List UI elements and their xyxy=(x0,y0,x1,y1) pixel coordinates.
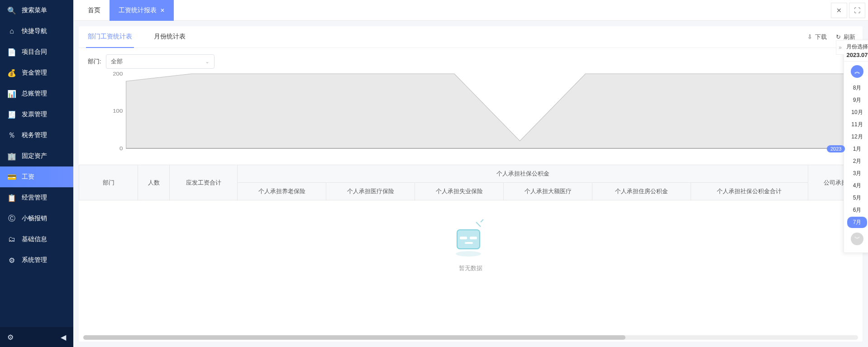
chart: 0100200 xyxy=(79,71,863,157)
month-option-11[interactable]: 7月 xyxy=(847,217,867,228)
sidebar-item-5[interactable]: 🧾发票管理 xyxy=(0,104,73,125)
report-subtabs: 部门工资统计表月份统计表 ⇩ 下载 ↻ 刷新 xyxy=(79,26,863,48)
sidebar-item-9[interactable]: 📋经营管理 xyxy=(0,187,73,208)
th-first-1: 人数 xyxy=(138,165,170,200)
sidebar-item-4[interactable]: 📊总账管理 xyxy=(0,83,73,104)
sidebar-icon-10: Ⓒ xyxy=(7,214,16,223)
sidebar-item-3[interactable]: 💰资金管理 xyxy=(0,62,73,83)
page-tab-1[interactable]: 工资统计报表✕ xyxy=(110,0,174,21)
page-tab-0[interactable]: 首页 xyxy=(79,0,110,21)
sidebar-label-12: 系统管理 xyxy=(22,256,47,264)
month-option-3[interactable]: 11月 xyxy=(847,119,867,130)
sidebar-icon-7: 🏢 xyxy=(7,152,16,161)
subtab-0[interactable]: 部门工资统计表 xyxy=(86,26,134,48)
svg-rect-6 xyxy=(470,237,477,239)
month-option-6[interactable]: 2月 xyxy=(847,156,867,167)
tab-close-icon-1[interactable]: ✕ xyxy=(160,7,165,14)
sidebar-icon-1: ⌂ xyxy=(7,27,16,36)
month-panel-title: 月份选择 xyxy=(846,40,868,52)
refresh-icon: ↻ xyxy=(836,33,841,40)
svg-rect-7 xyxy=(465,242,473,244)
sidebar-label-3: 资金管理 xyxy=(22,69,47,77)
sidebar-item-12[interactable]: ⚙系统管理 xyxy=(0,250,73,271)
close-all-tabs-button[interactable]: ✕ xyxy=(831,3,847,18)
month-option-1[interactable]: 9月 xyxy=(847,95,867,106)
sidebar-label-10: 小畅报销 xyxy=(22,214,47,223)
sidebar-item-2[interactable]: 📄项目合同 xyxy=(0,42,73,62)
month-scroll-up-button[interactable]: ︽ xyxy=(851,65,863,78)
sidebar-label-8: 工资 xyxy=(22,173,34,181)
sidebar-label-2: 项目合同 xyxy=(22,48,47,56)
sidebar-item-0[interactable]: 🔍搜索菜单 xyxy=(0,0,73,21)
sidebar-footer: ⚙ ◀︎ xyxy=(0,327,73,347)
sidebar-item-1[interactable]: ⌂快捷导航 xyxy=(0,21,73,42)
month-option-8[interactable]: 4月 xyxy=(847,180,867,191)
table-wrap[interactable]: 部门人数应发工资合计个人承担社保公积金公司承担个人承担养老保险个人承担医疗保险个… xyxy=(79,165,863,333)
sidebar-icon-2: 📄 xyxy=(7,48,16,57)
svg-text:200: 200 xyxy=(113,71,123,77)
collapse-sidebar-icon[interactable]: ◀︎ xyxy=(61,333,66,342)
sidebar-item-6[interactable]: ％税务管理 xyxy=(0,125,73,146)
th-sub-1: 个人承担医疗保险 xyxy=(326,183,415,200)
month-option-2[interactable]: 10月 xyxy=(847,107,867,118)
svg-text:100: 100 xyxy=(113,109,123,114)
scrollbar-thumb[interactable] xyxy=(83,335,625,340)
sidebar-item-11[interactable]: 🗂基础信息 xyxy=(0,229,73,250)
month-panel-year-badge: 2023 xyxy=(827,145,845,152)
page-tabs: 首页工资统计报表✕ ✕ ⛶ xyxy=(73,0,868,21)
empty-illustration xyxy=(444,214,498,261)
month-option-5[interactable]: 1月 xyxy=(847,143,867,155)
svg-rect-4 xyxy=(457,230,480,249)
download-button[interactable]: ⇩ 下载 xyxy=(807,33,827,41)
sidebar-label-1: 快捷导航 xyxy=(22,27,47,35)
sidebar-item-10[interactable]: Ⓒ小畅报销 xyxy=(0,208,73,229)
th-sub-4: 个人承担住房公积金 xyxy=(592,183,691,200)
sidebar-label-9: 经营管理 xyxy=(22,194,47,202)
data-table: 部门人数应发工资合计个人承担社保公积金公司承担个人承担养老保险个人承担医疗保险个… xyxy=(79,165,863,200)
th-sub-2: 个人承担失业保险 xyxy=(415,183,504,200)
svg-text:0: 0 xyxy=(119,146,123,152)
sidebar-icon-4: 📊 xyxy=(7,89,16,98)
th-group: 个人承担社保公积金 xyxy=(238,165,808,183)
month-option-0[interactable]: 8月 xyxy=(847,82,867,94)
month-option-9[interactable]: 5月 xyxy=(847,192,867,204)
sidebar: 🔍搜索菜单⌂快捷导航📄项目合同💰资金管理📊总账管理🧾发票管理％税务管理🏢固定资产… xyxy=(0,0,73,347)
chevron-down-icon: ⌄ xyxy=(205,58,210,65)
horizontal-scrollbar[interactable] xyxy=(83,335,858,340)
month-option-4[interactable]: 12月 xyxy=(847,131,867,143)
subtab-1[interactable]: 月份统计表 xyxy=(152,26,187,48)
th-first-2: 应发工资合计 xyxy=(170,165,238,200)
th-first-0: 部门 xyxy=(79,165,138,200)
sidebar-icon-12: ⚙ xyxy=(7,256,16,265)
month-panel-collapse-icon[interactable]: » xyxy=(836,40,844,55)
th-sub-5: 个人承担社保公积金合计 xyxy=(691,183,808,200)
month-option-7[interactable]: 3月 xyxy=(847,168,867,179)
sidebar-icon-5: 🧾 xyxy=(7,110,16,119)
sidebar-icon-3: 💰 xyxy=(7,68,16,77)
filter-dept-label: 部门: xyxy=(88,57,101,66)
fullscreen-button[interactable]: ⛶ xyxy=(849,3,865,18)
sidebar-icon-6: ％ xyxy=(7,131,16,140)
sidebar-icon-9: 📋 xyxy=(7,193,16,202)
download-label: 下载 xyxy=(815,33,827,41)
sidebar-label-6: 税务管理 xyxy=(22,131,47,139)
month-option-10[interactable]: 6月 xyxy=(847,204,867,216)
month-scroll-down-button[interactable]: ︾ xyxy=(851,233,863,245)
page-tab-label-1: 工资统计报表 xyxy=(119,6,157,14)
filter-row: 部门: 全部 ⌄ xyxy=(79,48,863,71)
page-tab-label-0: 首页 xyxy=(88,6,100,14)
sidebar-label-5: 发票管理 xyxy=(22,110,47,119)
sidebar-icon-11: 🗂 xyxy=(7,235,16,244)
sidebar-item-8[interactable]: 💳工资 xyxy=(0,166,73,187)
empty-text: 暂无数据 xyxy=(79,264,863,272)
sidebar-item-7[interactable]: 🏢固定资产 xyxy=(0,146,73,166)
th-sub-0: 个人承担养老保险 xyxy=(238,183,326,200)
dept-select-value: 全部 xyxy=(111,57,123,66)
th-sub-3: 个人承担大额医疗 xyxy=(504,183,592,200)
sidebar-icon-0: 🔍 xyxy=(7,6,16,15)
sidebar-label-7: 固定资产 xyxy=(22,152,47,160)
month-panel-date: 2023.07 xyxy=(844,52,868,62)
dept-select[interactable]: 全部 ⌄ xyxy=(106,54,215,69)
svg-point-8 xyxy=(456,251,481,257)
settings-icon[interactable]: ⚙ xyxy=(7,333,14,342)
